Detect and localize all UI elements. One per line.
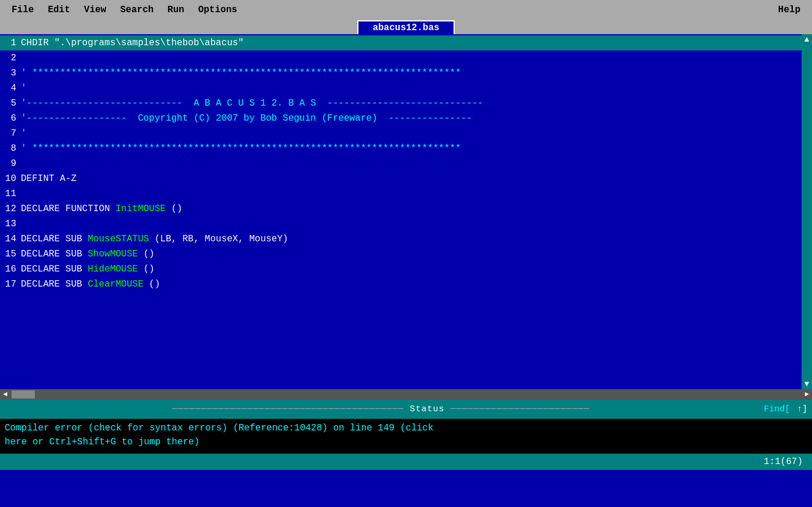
error-line-1: Compiler error (check for syntax errors)… <box>5 421 807 435</box>
scroll-track-h[interactable] <box>10 389 802 400</box>
bottom-status: 1:1(67) <box>0 454 812 470</box>
code-area: 1 CHDIR ".\programs\samples\thebob\abacu… <box>0 34 802 293</box>
code-line-6: 6 '------------------ Copyright (C) 2007… <box>0 111 802 126</box>
code-line-1: 1 CHDIR ".\programs\samples\thebob\abacu… <box>0 35 802 50</box>
title-bar: abacus12.bas <box>0 19 812 34</box>
code-line-16: 16 DECLARE SUB HideMOUSE () <box>0 262 802 277</box>
code-line-11: 11 <box>0 186 802 201</box>
menu-search[interactable]: Search <box>113 2 161 17</box>
menu-run[interactable]: Run <box>161 2 191 17</box>
line-num-15: 15 <box>0 247 21 262</box>
menu-file[interactable]: File <box>5 2 41 17</box>
line-num-1: 1 <box>0 35 21 50</box>
line-num-3: 3 <box>0 66 21 81</box>
line-content-15: DECLARE SUB ShowMOUSE () <box>21 247 154 262</box>
line-content-10: DEFINT A-Z <box>21 171 77 186</box>
line-num-4: 4 <box>0 81 21 96</box>
menubar: File Edit View Search Run Options Help <box>0 0 812 19</box>
line-num-6: 6 <box>0 111 21 126</box>
code-line-3: 3 ' ************************************… <box>0 66 802 81</box>
scroll-left-arrow[interactable]: ◄ <box>0 389 10 400</box>
hscrollbar[interactable]: ◄ ► <box>0 389 812 400</box>
line-num-9: 9 <box>0 156 21 171</box>
line-num-8: 8 <box>0 141 21 156</box>
code-line-14: 14 DECLARE SUB MouseSTATUS (LB, RB, Mous… <box>0 231 802 247</box>
code-line-17: 17 DECLARE SUB ClearMOUSE () <box>0 277 802 292</box>
error-line-2: here or Ctrl+Shift+G to jump there) <box>5 435 807 449</box>
code-line-8: 8 ' ************************************… <box>0 141 802 156</box>
line-content-1: CHDIR ".\programs\samples\thebob\abacus" <box>21 35 244 50</box>
line-num-11: 11 <box>0 186 21 201</box>
scroll-thumb-right[interactable] <box>802 45 812 379</box>
editor-main[interactable]: 1 CHDIR ".\programs\samples\thebob\abacu… <box>0 34 802 389</box>
line-num-16: 16 <box>0 262 21 277</box>
statusbar: ────────────────────────────────────────… <box>0 400 812 419</box>
line-content-16: DECLARE SUB HideMOUSE () <box>21 262 154 277</box>
scrollbar-right[interactable]: ▲ ▼ <box>802 34 812 389</box>
line-num-12: 12 <box>0 201 21 216</box>
line-num-10: 10 <box>0 171 21 186</box>
code-line-2: 2 <box>0 50 802 66</box>
line-num-5: 5 <box>0 96 21 111</box>
line-content-5: '---------------------------- A B A C U … <box>21 96 483 111</box>
line-num-7: 7 <box>0 126 21 141</box>
code-line-12: 12 DECLARE FUNCTION InitMOUSE () <box>0 201 802 216</box>
code-line-5: 5 '---------------------------- A B A C … <box>0 96 802 111</box>
editor-container: 1 CHDIR ".\programs\samples\thebob\abacu… <box>0 34 812 389</box>
scroll-right-arrow[interactable]: ► <box>802 389 812 400</box>
line-content-14: DECLARE SUB MouseSTATUS (LB, RB, MouseX,… <box>21 231 288 247</box>
find-label[interactable]: Find[ <box>759 404 795 414</box>
line-num-2: 2 <box>0 50 21 66</box>
scroll-thumb-h[interactable] <box>12 390 35 399</box>
menu-view[interactable]: View <box>77 2 113 17</box>
code-line-10: 10 DEFINT A-Z <box>0 171 802 186</box>
line-num-14: 14 <box>0 231 21 247</box>
status-scroll-up[interactable]: ↑] <box>795 404 810 414</box>
line-content-7: ' <box>21 126 27 141</box>
scroll-up-arrow[interactable]: ▲ <box>802 34 812 45</box>
line-content-3: ' **************************************… <box>21 66 461 81</box>
code-line-15: 15 DECLARE SUB ShowMOUSE () <box>0 247 802 262</box>
scroll-down-arrow[interactable]: ▼ <box>802 379 812 389</box>
line-num-13: 13 <box>0 216 21 231</box>
line-content-6: '------------------ Copyright (C) 2007 b… <box>21 111 472 126</box>
menu-options[interactable]: Options <box>191 2 244 17</box>
code-line-13: 13 <box>0 216 802 231</box>
code-line-4: 4 ' <box>0 81 802 96</box>
code-line-9: 9 <box>0 156 802 171</box>
menu-help[interactable]: Help <box>771 2 807 17</box>
code-line-7: 7 ' <box>0 126 802 141</box>
cursor-position: 1:1(67) <box>764 457 803 467</box>
line-content-8: ' **************************************… <box>21 141 461 156</box>
line-num-17: 17 <box>0 277 21 292</box>
line-content-17: DECLARE SUB ClearMOUSE () <box>21 277 160 292</box>
status-label: ────────────────────────────────────────… <box>2 404 759 414</box>
menu-edit[interactable]: Edit <box>41 2 77 17</box>
line-content-4: ' <box>21 81 27 96</box>
line-content-12: DECLARE FUNCTION InitMOUSE () <box>21 201 182 216</box>
file-title-tab[interactable]: abacus12.bas <box>357 20 454 34</box>
error-area[interactable]: Compiler error (check for syntax errors)… <box>0 419 812 454</box>
